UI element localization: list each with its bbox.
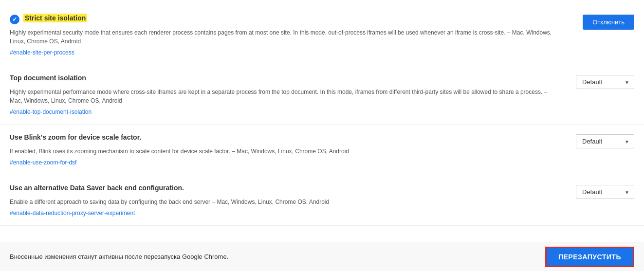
flag-description: Highly experimental security mode that e… [10, 28, 568, 46]
flag-item: Strict site isolationHighly experimental… [0, 5, 644, 65]
flag-title: Strict site isolation [23, 14, 87, 22]
flag-info: Top document isolationHighly experimenta… [10, 74, 576, 115]
flag-select[interactable]: DefaultEnabledDisabled [576, 134, 634, 148]
disable-button[interactable]: Отключить [583, 15, 634, 30]
flag-title: Use an alternative Data Saver back end c… [10, 184, 184, 192]
bottom-bar: Внесенные изменения станут активны после… [0, 242, 644, 271]
flag-select[interactable]: DefaultEnabledDisabled [576, 75, 634, 89]
flag-control: Отключить [583, 14, 634, 30]
restart-button[interactable]: ПЕРЕЗАПУСТИТЬ [545, 247, 634, 267]
flag-description: If enabled, Blink uses its zooming mecha… [10, 147, 561, 156]
flag-title-row: Use an alternative Data Saver back end c… [10, 184, 561, 195]
flag-description: Highly experimental performance mode whe… [10, 88, 561, 105]
flag-link[interactable]: #enable-data-reduction-proxy-server-expe… [10, 210, 135, 217]
flag-title-row: Top document isolation [10, 74, 561, 85]
flag-item: Use Blink's zoom for device scale factor… [0, 125, 644, 175]
flag-info: Use an alternative Data Saver back end c… [10, 184, 576, 217]
flag-item: Use an alternative Data Saver back end c… [0, 175, 644, 226]
flag-link[interactable]: #enable-site-per-process [10, 49, 74, 56]
flags-list: Strict site isolationHighly experimental… [0, 0, 644, 265]
flag-control: DefaultEnabledDisabled [576, 184, 634, 199]
flag-link[interactable]: #enable-top-document-isolation [10, 108, 92, 115]
flag-title-row: Strict site isolation [10, 14, 568, 25]
flag-link[interactable]: #enable-use-zoom-for-dsf [10, 159, 76, 166]
flag-item: Top document isolationHighly experimenta… [0, 65, 644, 125]
check-icon [10, 15, 19, 24]
flag-select[interactable]: DefaultEnabledDisabled [576, 185, 634, 199]
flag-info: Strict site isolationHighly experimental… [10, 14, 583, 56]
select-control: DefaultEnabledDisabled [576, 134, 634, 148]
flag-control: DefaultEnabledDisabled [576, 133, 634, 148]
flag-title: Use Blink's zoom for device scale factor… [10, 133, 141, 141]
flag-title-row: Use Blink's zoom for device scale factor… [10, 133, 561, 144]
flag-description: Enable a different approach to saving da… [10, 198, 561, 206]
flag-title: Top document isolation [10, 74, 86, 82]
flag-info: Use Blink's zoom for device scale factor… [10, 133, 576, 166]
select-control: DefaultEnabledDisabled [576, 75, 634, 89]
select-control: DefaultEnabledDisabled [576, 185, 634, 199]
bottom-bar-message: Внесенные изменения станут активны после… [10, 253, 228, 260]
flag-control: DefaultEnabledDisabled [576, 74, 634, 89]
